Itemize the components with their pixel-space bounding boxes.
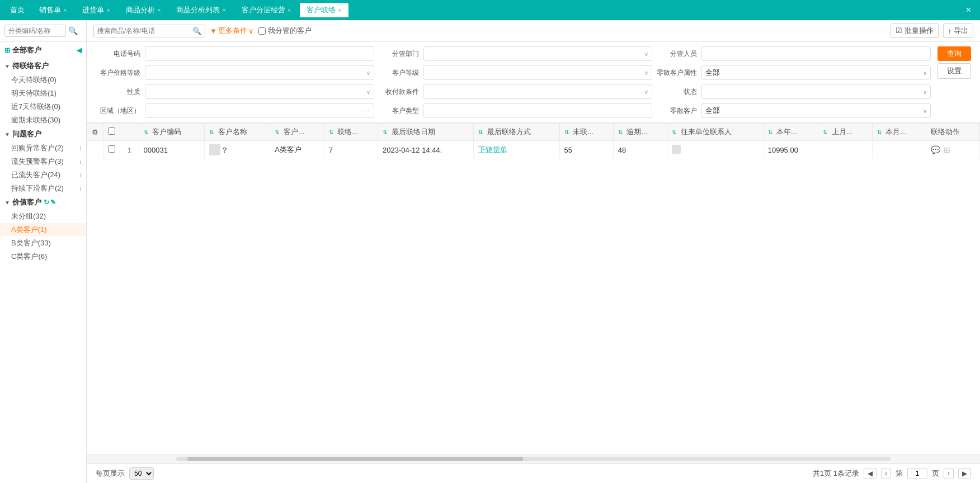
nature-arrow: ∨ [366,89,370,95]
refresh-icon[interactable]: ↻ [44,198,49,206]
sidebar-item-abnormal[interactable]: 回购异常客户(2) ℹ [0,141,86,155]
th-code: ⇅ 客户编码 [139,124,204,141]
status-label: 状态 [652,87,697,97]
filter-row-1: 电话号码 分管部门 ∨ 分管人员 [96,46,931,61]
search-input[interactable] [97,27,192,35]
page-suffix: 页 [932,468,939,479]
customer-level-select[interactable]: ∨ [423,65,653,80]
phone-input[interactable] [145,46,374,61]
manager-select[interactable]: ··· [701,46,931,61]
retail-arrow: ∨ [923,108,927,114]
customer-type-input[interactable] [423,103,653,118]
tab-product-analysis-list[interactable]: 商品分析列表 × [169,3,232,17]
manager-label: 分管人员 [652,49,697,59]
next-page-button[interactable]: › [944,468,954,479]
tab-purchase[interactable]: 进货单 × [76,3,116,17]
row-checkbox[interactable] [108,145,115,153]
nature-select[interactable]: ∨ [145,84,374,99]
export-button[interactable]: ↑ 导出 [943,23,974,38]
td-name[interactable]: ? [204,141,270,159]
td-contact: 7 [324,141,378,159]
region-dots: ··· [362,108,370,114]
my-customer-checkbox[interactable] [258,27,266,35]
sidebar-search-icon[interactable]: 🔍 [68,26,78,35]
td-this-year: 10995.00 [763,141,818,159]
tab-home[interactable]: 首页 [4,3,30,17]
select-all-checkbox[interactable] [108,127,115,135]
status-select[interactable]: ∨ [701,84,931,99]
tab-product-analysis[interactable]: 商品分析 × [119,3,167,17]
tab-customer-contact[interactable]: 客户联络 × [300,3,348,17]
sidebar-item-a-class[interactable]: A类客户(1) [0,223,86,236]
sidebar: 🔍 ⊞ 全部客户 ◀ ▼ 待联络客户 今天待联络(0) 明天待联络(1) 近7天… [0,20,87,483]
payment-label: 收付款条件 [374,87,419,97]
filter-cell-customer-level: 客户等级 ∨ [374,65,653,80]
th-gear[interactable]: ⚙ [87,124,103,141]
close-product-analysis-tab[interactable]: × [157,7,161,13]
close-sales-tab[interactable]: × [63,7,67,13]
sidebar-group-value[interactable]: ▼ 价值客户 ↻ ✎ [0,195,86,210]
sort-icon-type: ⇅ [275,129,279,135]
sidebar-item-unclassified[interactable]: 未分组(32) [0,210,86,223]
sidebar-item-c-class[interactable]: C类客户(6) [0,250,86,263]
filter-cell-phone: 电话号码 [96,46,374,61]
set-button[interactable]: 设置 [937,63,971,79]
bulk-ops-button[interactable]: ☑ 批量操作 [891,23,938,38]
dept-select[interactable]: ∨ [423,46,653,61]
grid-icon: ⊞ [4,46,10,54]
close-customer-segment-tab[interactable]: × [288,7,291,13]
td-gear [87,141,103,159]
close-purchase-tab[interactable]: × [106,7,110,13]
retail-select[interactable]: 全部 ∨ [701,103,931,118]
main-layout: 🔍 ⊞ 全部客户 ◀ ▼ 待联络客户 今天待联络(0) 明天待联络(1) 近7天… [0,20,980,483]
page-number-input[interactable] [907,468,927,479]
sidebar-group-problem[interactable]: ▼ 问题客户 [0,127,86,141]
scrollbar-thumb[interactable] [187,457,523,461]
sidebar-item-churn-warning[interactable]: 流失预警客户(3) ℹ [0,155,86,168]
sort-icon-contact: ⇅ [329,129,333,135]
sidebar-collapse-icon[interactable]: ◀ [77,46,82,54]
tab-sales[interactable]: 销售单 × [32,3,73,17]
price-level-select[interactable]: ∨ [145,65,374,80]
query-button[interactable]: 查询 [937,46,971,61]
sort-icon-no-contact: ⇅ [564,129,569,135]
last-page-button[interactable]: ▶ [958,468,971,479]
sidebar-item-overdue[interactable]: 逾期未联络(30) [0,113,86,127]
retail-attr-select[interactable]: 全部 ∨ [701,65,931,80]
sidebar-all-customers[interactable]: ⊞ 全部客户 ◀ [0,42,86,59]
page-label: 第 [896,468,903,479]
close-product-analysis-list-tab[interactable]: × [222,7,225,13]
prev-page-button[interactable]: ‹ [881,468,891,479]
table-row: 1 000031 ? A类客户 7 2023-04-12 14:44: [87,141,980,159]
sidebar-search-input[interactable] [4,25,66,37]
top-navigation: 首页 销售单 × 进货单 × 商品分析 × 商品分析列表 × 客户分层经营 × … [0,0,980,20]
page-size-select[interactable]: 50 [129,467,154,480]
sidebar-item-churned[interactable]: 已流失客户(24) ℹ [0,168,86,182]
window-close-button[interactable]: × [962,3,976,17]
tab-customer-segment[interactable]: 客户分层经营 × [235,3,298,17]
region-select[interactable]: ··· [145,103,374,118]
sidebar-item-b-class[interactable]: B类客户(33) [0,236,86,250]
sort-icon-this-month: ⇅ [877,129,882,135]
close-customer-contact-tab[interactable]: × [338,7,341,13]
sidebar-group-pending[interactable]: ▼ 待联络客户 [0,59,86,73]
payment-select[interactable]: ∨ [423,84,653,99]
search-icon[interactable]: 🔍 [192,27,201,35]
qr-icon[interactable]: ⊞ [944,145,950,154]
sidebar-item-declining[interactable]: 持续下滑客户(2) ℹ [0,182,86,195]
arrow-icon-3: ▼ [4,200,10,206]
sidebar-item-tomorrow[interactable]: 明天待联络(1) [0,87,86,100]
filter-cell-retail-attr: 零散客户属性 全部 ∨ [652,65,931,80]
chat-icon[interactable]: 💬 [931,145,940,154]
sidebar-item-7days[interactable]: 近7天待联络(0) [0,100,86,113]
first-page-button[interactable]: ◀ [864,468,877,479]
edit-group-icon[interactable]: ✎ [50,198,56,206]
my-customer-checkbox-area[interactable]: 我分管的客户 [258,26,312,36]
sidebar-item-today[interactable]: 今天待联络(0) [0,73,86,87]
horizontal-scrollbar[interactable] [176,457,891,461]
td-num: 1 [120,141,139,159]
more-filter-button[interactable]: ▼ 更多条件 ∨ [210,26,254,36]
chevron-down-icon: ∨ [248,27,254,35]
td-type: A类客户 [270,141,324,159]
last-method-link[interactable]: 下销货单 [478,145,507,154]
